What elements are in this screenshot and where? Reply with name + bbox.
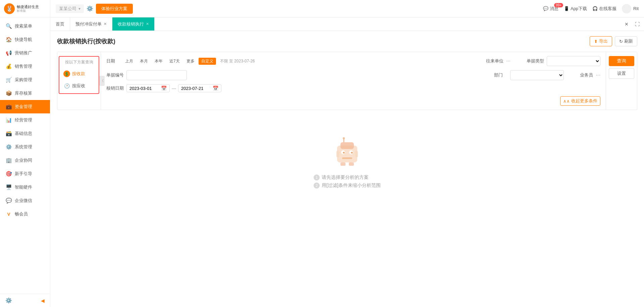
- refresh-button[interactable]: ↻ 刷新: [615, 36, 637, 46]
- billtype-select[interactable]: [547, 56, 600, 66]
- tab-receivable[interactable]: 收款核销执行 ✕: [112, 17, 155, 31]
- filter-row-2: 单据编号 部门 业务员 ···: [106, 70, 600, 80]
- sidebar-menu: 🔍 搜索菜单 🏠 快捷导航 📢 营销推广 💰 销售管理 🛒 采购管理 📦 库存核…: [0, 17, 50, 294]
- svg-point-12: [343, 137, 345, 139]
- sales-icon: 💰: [5, 63, 12, 70]
- filter-fields-area: 日期 上月 本月 本年 近7天 更多 自定义 不限 至 2023-07-26: [101, 52, 606, 110]
- verify-date-range: 📅 — 📅: [126, 84, 221, 92]
- sidebar-item-sales[interactable]: 💰 销售管理: [0, 60, 50, 73]
- calendar-start-icon[interactable]: 📅: [161, 86, 167, 91]
- sidebar-item-wechat[interactable]: 💬 企业微信: [0, 194, 50, 207]
- sidebar: 🐰 畅捷通好生意 标准版 🔍 搜索菜单 🏠 快捷导航 📢 营销推广 💰 销售管理…: [0, 0, 50, 307]
- tab-home-label: 首页: [56, 21, 64, 27]
- tab-prepay-close[interactable]: ✕: [104, 22, 107, 26]
- system-icon: ⚙️: [5, 144, 12, 150]
- sidebar-item-quicknav[interactable]: 🏠 快捷导航: [0, 33, 50, 46]
- collapse-sidebar-icon[interactable]: ◀: [41, 298, 45, 303]
- message-entry[interactable]: 💬 消息 99+: [543, 6, 558, 12]
- date-btn-more[interactable]: 更多: [184, 57, 197, 65]
- sidebar-item-search[interactable]: 🔍 搜索菜单: [0, 19, 50, 33]
- query-button[interactable]: 查询: [609, 56, 634, 66]
- dept-select[interactable]: [510, 70, 564, 80]
- user-name: Rit: [633, 6, 639, 11]
- svg-rect-10: [349, 162, 354, 166]
- date-no-limit: 不限 至 2023-07-26: [220, 58, 255, 64]
- settings-topbar-icon[interactable]: ⚙️: [87, 5, 93, 12]
- counterparty-label: 往来单位: [486, 58, 503, 64]
- enterprise-icon: 🏢: [5, 157, 12, 164]
- sidebar-item-business[interactable]: 📊 经营管理: [0, 113, 50, 127]
- sidebar-item-marketing[interactable]: 📢 营销推广: [0, 46, 50, 60]
- home-icon: 🏠: [5, 36, 12, 43]
- sidebar-item-hardware[interactable]: 🖥️ 智能硬件: [0, 181, 50, 194]
- logo-area: 🐰 畅捷通好生意 标准版: [0, 0, 50, 17]
- refresh-icon: ↻: [619, 39, 623, 44]
- settings-icon[interactable]: ⚙️: [5, 297, 12, 304]
- page-header-actions: ⬆ 导出 ↻ 刷新: [590, 36, 637, 46]
- sidebar-item-basic[interactable]: 🗃️ 基础信息: [0, 127, 50, 140]
- company-selector[interactable]: 某某公司 ▾: [56, 4, 84, 13]
- online-service-entry[interactable]: 🎧 在线客服: [592, 6, 616, 12]
- sidebar-label-purchase: 采购管理: [15, 77, 32, 83]
- sidebar-label-inventory: 库存核算: [15, 90, 32, 96]
- industry-solution-button[interactable]: 体验行业方案: [96, 4, 133, 14]
- page-content: 收款核销执行(按收款) ⬆ 导出 ↻ 刷新 按以下方案: [50, 31, 644, 307]
- close-tab-button[interactable]: ✕: [623, 20, 631, 28]
- sidebar-item-system[interactable]: ⚙️ 系统管理: [0, 140, 50, 154]
- filter-option-by-receipt[interactable]: 💲 按收款: [59, 68, 99, 80]
- receivable-icon: 🕐: [63, 83, 70, 89]
- verify-date-start-wrap[interactable]: 📅: [126, 84, 170, 92]
- tab-home[interactable]: 首页: [50, 17, 70, 31]
- topbar-right: 💬 消息 99+ 📱 App下载 🎧 在线客服 Rit: [543, 4, 639, 13]
- sidebar-item-guide[interactable]: 🎯 新手引导: [0, 167, 50, 181]
- logo-name: 畅捷通好生意: [17, 4, 39, 9]
- search-icon: 🔍: [5, 23, 12, 30]
- date-btn-this-year[interactable]: 本年: [152, 57, 165, 65]
- sidebar-item-member[interactable]: V 畅会员: [0, 207, 50, 221]
- billno-input[interactable]: [126, 70, 187, 80]
- sidebar-label-hardware: 智能硬件: [15, 184, 32, 190]
- fullscreen-button[interactable]: ⛶: [633, 20, 641, 28]
- empty-tip-2: 2 用[过滤]条件来缩小分析范围: [314, 183, 381, 189]
- settings-button[interactable]: 设置: [609, 68, 634, 79]
- topbar: 某某公司 ▾ ⚙️ 体验行业方案 💬 消息 99+ 📱 App下载 🎧 在线客服: [50, 0, 644, 17]
- filter-dept-field: 部门: [494, 70, 564, 80]
- wechat-icon: 💬: [5, 197, 12, 204]
- export-button[interactable]: ⬆ 导出: [590, 36, 612, 46]
- sidebar-item-inventory[interactable]: 📦 库存核算: [0, 87, 50, 100]
- verify-date-end-input[interactable]: [181, 86, 211, 91]
- user-entry[interactable]: Rit: [622, 4, 639, 13]
- topbar-left: 某某公司 ▾ ⚙️ 体验行业方案: [56, 4, 133, 14]
- filter-option-by-receivable[interactable]: 🕐 按应收: [59, 80, 99, 92]
- svg-rect-6: [342, 157, 352, 159]
- purchase-icon: 🛒: [5, 76, 12, 83]
- date-btn-last-month[interactable]: 上月: [122, 57, 136, 65]
- tab-prepay[interactable]: 预付冲应付单 ✕: [70, 17, 112, 31]
- member-icon: V: [5, 211, 12, 217]
- sidebar-label-guide: 新手引导: [15, 171, 32, 177]
- collapse-conditions-button[interactable]: ∧∧ 收起更多条件: [560, 96, 600, 106]
- counterparty-more-icon: ···: [506, 58, 511, 64]
- page-inner: 收款核销执行(按收款) ⬆ 导出 ↻ 刷新 按以下方案: [50, 31, 644, 307]
- verify-date-end-wrap[interactable]: 📅: [178, 84, 221, 92]
- date-btn-7days[interactable]: 近7天: [167, 57, 182, 65]
- sidebar-label-wechat: 企业微信: [15, 198, 32, 204]
- app-download-entry[interactable]: 📱 App下载: [564, 6, 587, 12]
- svg-rect-1: [340, 142, 354, 149]
- sidebar-bottom: ⚙️ ◀: [0, 294, 50, 307]
- sidebar-item-purchase[interactable]: 🛒 采购管理: [0, 73, 50, 87]
- sidebar-item-enterprise[interactable]: 🏢 企业协同: [0, 154, 50, 167]
- filter-scheme-title: 按以下方案查询: [59, 58, 99, 68]
- page-header: 收款核销执行(按收款) ⬆ 导出 ↻ 刷新: [57, 36, 637, 46]
- tip-num-1: 1: [314, 174, 320, 181]
- verify-date-start-input[interactable]: [129, 86, 160, 91]
- calendar-end-icon[interactable]: 📅: [213, 86, 218, 91]
- date-btn-this-month[interactable]: 本月: [137, 57, 151, 65]
- tab-receivable-close[interactable]: ✕: [146, 22, 149, 26]
- filter-row-1: 日期 上月 本月 本年 近7天 更多 自定义 不限 至 2023-07-26: [106, 56, 600, 66]
- filter-option-receivable-label: 按应收: [72, 83, 85, 89]
- date-btn-custom[interactable]: 自定义: [199, 58, 216, 65]
- sidebar-item-finance[interactable]: 💼 资金管理: [0, 100, 50, 113]
- filter-panel: 按以下方案查询 💲 按收款 🕐 按应收 《: [57, 52, 637, 110]
- sidebar-collapse-button[interactable]: 《: [99, 76, 105, 86]
